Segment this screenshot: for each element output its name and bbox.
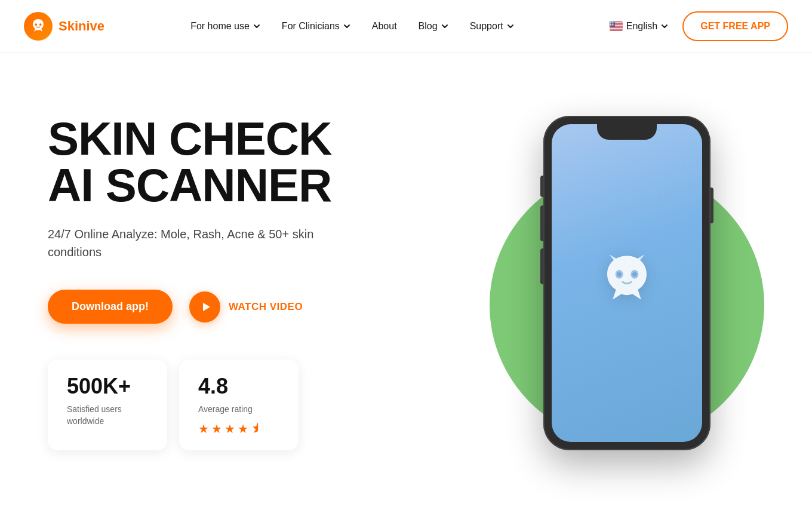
play-icon [189, 291, 220, 322]
logo[interactable]: Skinive [24, 12, 104, 41]
svg-point-26 [611, 24, 611, 24]
nav-for-home-label: For home use [190, 21, 250, 32]
svg-point-34 [614, 25, 614, 26]
get-free-app-button[interactable]: GET FREE APP [682, 11, 788, 41]
flag-icon [610, 21, 623, 31]
svg-point-19 [614, 23, 614, 23]
hero-phone [513, 104, 740, 462]
svg-point-38 [617, 272, 622, 276]
phone-notch [597, 124, 657, 140]
svg-point-11 [611, 21, 611, 22]
svg-point-22 [612, 23, 613, 24]
language-label: English [626, 21, 657, 32]
svg-point-39 [632, 272, 636, 276]
star-2: ★ [211, 422, 222, 436]
chevron-down-icon [661, 23, 668, 30]
hero-section: SKIN CHECK AI SCANNER 24/7 Online Analyz… [0, 53, 812, 513]
svg-point-20 [610, 23, 611, 24]
phone-logo-svg [594, 250, 660, 316]
phone-device [543, 116, 710, 450]
chevron-down-icon [441, 23, 448, 30]
svg-point-12 [612, 21, 613, 22]
svg-point-1 [39, 23, 42, 26]
hero-title-line2: AI SCANNER [48, 159, 331, 211]
nav-for-clinicians-label: For Clinicians [282, 21, 340, 32]
nav-about[interactable]: About [362, 16, 407, 36]
svg-point-21 [611, 23, 611, 24]
nav-about-label: About [372, 21, 397, 32]
phone-frame [543, 116, 710, 450]
svg-point-10 [610, 21, 611, 22]
hero-title: SKIN CHECK AI SCANNER [48, 115, 334, 208]
svg-marker-35 [203, 303, 210, 311]
svg-point-27 [612, 24, 613, 24]
svg-rect-6 [610, 26, 623, 27]
svg-point-30 [610, 25, 611, 26]
hero-title-line1: SKIN CHECK [48, 112, 331, 165]
nav-blog-label: Blog [419, 21, 438, 32]
stat-rating-label: Average rating [198, 404, 279, 416]
svg-rect-8 [610, 29, 623, 30]
phone-volume-down-button [540, 248, 543, 284]
svg-point-25 [610, 24, 611, 24]
nav-support-label: Support [470, 21, 503, 32]
navbar: Skinive For home use For Clinicians Abou… [0, 0, 812, 53]
chevron-down-icon [253, 23, 260, 30]
svg-point-14 [614, 21, 614, 22]
stat-users-count: 500K+ [67, 374, 148, 399]
svg-rect-7 [610, 28, 623, 29]
svg-point-31 [611, 25, 611, 26]
nav-for-clinicians[interactable]: For Clinicians [272, 16, 360, 36]
stat-rating-number: 4.8 [198, 374, 279, 399]
stat-card-rating: 4.8 Average rating ★ ★ ★ ★ ⯨ [179, 360, 299, 450]
svg-point-17 [612, 23, 613, 23]
stats-row: 500K+ Satisfied users worldwide 4.8 Aver… [48, 360, 334, 450]
star-half: ⯨ [251, 422, 263, 436]
watch-video-button[interactable]: WATCH VIDEO [189, 291, 303, 322]
stat-card-users: 500K+ Satisfied users worldwide [48, 360, 167, 450]
star-4: ★ [238, 422, 248, 436]
star-rating: ★ ★ ★ ★ ⯨ [198, 422, 279, 436]
hero-content: SKIN CHECK AI SCANNER 24/7 Online Analyz… [48, 115, 334, 450]
svg-point-28 [613, 24, 613, 24]
chevron-down-icon [343, 23, 350, 30]
nav-right: English GET FREE APP [600, 11, 788, 41]
download-app-button[interactable]: Download app! [48, 290, 173, 324]
stat-users-label-line1: Satisfied users [67, 404, 122, 414]
svg-point-29 [614, 24, 614, 24]
svg-point-32 [612, 25, 613, 26]
star-1: ★ [198, 422, 209, 436]
logo-svg [29, 17, 47, 35]
chevron-down-icon [507, 23, 514, 30]
logo-icon [24, 12, 53, 41]
svg-point-0 [35, 23, 37, 26]
svg-point-33 [613, 25, 613, 26]
hero-subtitle: 24/7 Online Analyze: Mole, Rash, Acne & … [48, 225, 334, 261]
stat-users-label-line2: worldwide [67, 416, 104, 426]
language-selector[interactable]: English [600, 16, 678, 36]
svg-point-16 [611, 23, 611, 23]
watch-video-label: WATCH VIDEO [229, 301, 303, 313]
hero-buttons: Download app! WATCH VIDEO [48, 290, 334, 324]
phone-app-logo [594, 250, 660, 316]
star-3: ★ [224, 422, 235, 436]
stat-users-label: Satisfied users worldwide [67, 404, 148, 427]
nav-support[interactable]: Support [460, 16, 524, 36]
phone-mute-button [540, 176, 543, 197]
phone-volume-up-button [540, 205, 543, 241]
phone-power-button [710, 188, 713, 223]
svg-point-13 [613, 21, 613, 22]
svg-point-24 [614, 23, 614, 24]
svg-point-18 [613, 23, 613, 23]
play-triangle-icon [201, 302, 211, 312]
nav-for-home[interactable]: For home use [181, 16, 270, 36]
logo-text: Skinive [59, 19, 104, 34]
nav-blog[interactable]: Blog [409, 16, 458, 36]
phone-screen [552, 124, 702, 442]
svg-point-15 [610, 23, 611, 23]
nav-links: For home use For Clinicians About Blog S… [181, 16, 524, 36]
svg-point-23 [613, 23, 613, 24]
